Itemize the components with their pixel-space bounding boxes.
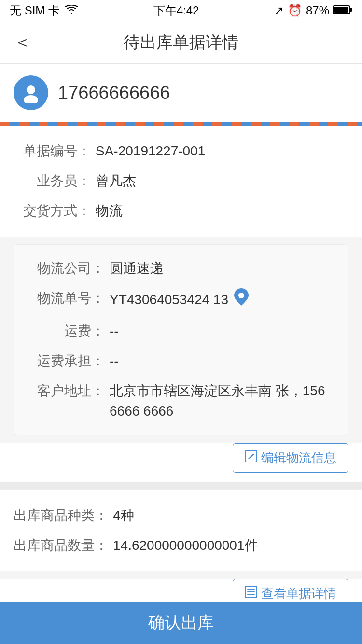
logistics-company-row: 物流公司： 圆通速递 (28, 258, 334, 279)
address-label: 客户地址： (28, 381, 105, 401)
alarm-icon: ⏰ (288, 4, 302, 17)
salesman-row: 业务员： 曾凡杰 (14, 171, 348, 191)
dashed-divider (0, 122, 362, 126)
goods-quantity-value: 14.620000000000001件 (113, 535, 348, 556)
svg-point-3 (27, 85, 35, 94)
edit-icon (245, 450, 257, 466)
main-content: 17666666666 单据编号： SA-20191227-001 业务员： 曾… (0, 64, 362, 644)
freight-label: 运费： (28, 321, 105, 341)
salesman-label: 业务员： (14, 171, 91, 191)
status-right: ↗ ⏰ 87% (274, 4, 352, 17)
logistics-card: 物流公司： 圆通速递 物流单号： YT43064053424 13 运费： --… (14, 244, 348, 435)
order-info-section: 单据编号： SA-20191227-001 业务员： 曾凡杰 交货方式： 物流 (0, 126, 362, 237)
edit-logistics-label: 编辑物流信息 (261, 449, 336, 466)
user-header: 17666666666 (0, 64, 362, 122)
svg-rect-2 (334, 7, 348, 13)
goods-quantity-row: 出库商品数量： 14.620000000000001件 (14, 535, 348, 556)
freight-row: 运费： -- (28, 321, 334, 341)
edit-action-row: 编辑物流信息 (0, 443, 362, 482)
tracking-row: 物流单号： YT43064053424 13 (28, 288, 334, 311)
confirm-bar[interactable]: 确认出库 (0, 602, 362, 644)
confirm-button-label: 确认出库 (148, 612, 214, 634)
delivery-label: 交货方式： (14, 201, 91, 221)
freight-bearer-label: 运费承担： (28, 351, 105, 371)
order-number-value: SA-20191227-001 (96, 141, 348, 161)
section-divider (0, 482, 362, 490)
goods-types-value: 4种 (113, 505, 348, 526)
detail-icon (245, 586, 257, 602)
carrier-text: 无 SIM 卡 (10, 3, 60, 18)
goods-types-label: 出库商品种类： (14, 505, 108, 526)
address-value: 北京市市辖区海淀区永丰南 张，156 6666 6666 (110, 381, 334, 421)
address-row: 客户地址： 北京市市辖区海淀区永丰南 张，156 6666 6666 (28, 381, 334, 421)
logistics-company-label: 物流公司： (28, 258, 105, 279)
tracking-label: 物流单号： (28, 288, 105, 308)
logistics-company-value: 圆通速递 (110, 258, 334, 279)
salesman-value: 曾凡杰 (96, 171, 348, 191)
delivery-value: 物流 (96, 201, 348, 221)
goods-section: 出库商品种类： 4种 出库商品数量： 14.620000000000001件 (0, 490, 362, 571)
back-button[interactable]: ＜ (14, 30, 31, 54)
order-number-label: 单据编号： (14, 141, 91, 161)
tracking-value: YT43064053424 13 (110, 288, 334, 311)
freight-value: -- (110, 321, 334, 341)
svg-point-4 (24, 95, 38, 103)
status-left: 无 SIM 卡 (10, 3, 78, 18)
view-detail-label: 查看单据详情 (261, 585, 336, 602)
page-title: 待出库单据详情 (124, 31, 238, 54)
battery-icon (333, 4, 352, 17)
order-number-row: 单据编号： SA-20191227-001 (14, 141, 348, 161)
freight-bearer-value: -- (110, 351, 334, 371)
time-display: 下午4:42 (153, 3, 199, 18)
battery-text: 87% (306, 4, 329, 17)
svg-rect-1 (350, 8, 352, 12)
edit-logistics-button[interactable]: 编辑物流信息 (233, 443, 348, 473)
goods-types-row: 出库商品种类： 4种 (14, 505, 348, 526)
status-bar: 无 SIM 卡 下午4:42 ↗ ⏰ 87% (0, 0, 362, 21)
freight-bearer-row: 运费承担： -- (28, 351, 334, 371)
goods-quantity-label: 出库商品数量： (14, 535, 108, 556)
location-icon: ↗ (274, 4, 284, 17)
delivery-row: 交货方式： 物流 (14, 201, 348, 221)
wifi-icon (65, 4, 78, 17)
map-pin-icon[interactable] (234, 288, 249, 311)
nav-bar: ＜ 待出库单据详情 (0, 21, 362, 64)
avatar (14, 75, 48, 110)
user-phone: 17666666666 (58, 83, 170, 103)
svg-point-5 (238, 293, 244, 298)
